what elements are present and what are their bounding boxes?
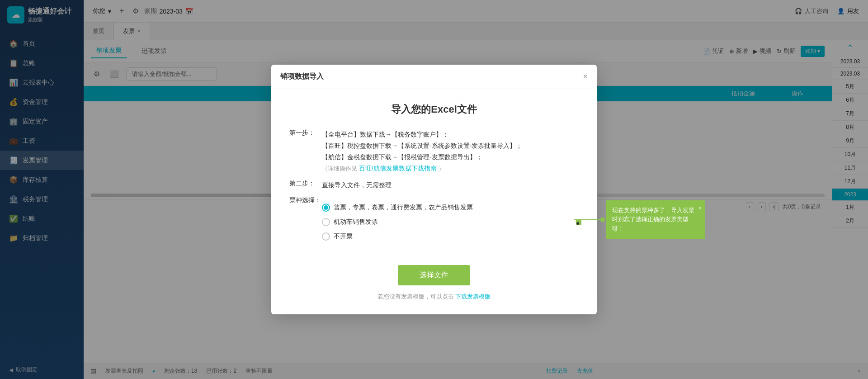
ticket-select-label: 票种选择： <box>289 196 322 254</box>
tooltip-wrapper: × 现在支持的票种多了，导入发票时别忘了选择正确的发票类型呀！ <box>574 200 705 239</box>
step1-row: 第一步： 【全电平台】数据下载→【税务数字账户】； 【百旺】税控盘数据下载→【系… <box>289 129 579 175</box>
template-link-row: 若您没有发票模版，可以点击 下载发票模版 <box>289 293 579 301</box>
radio-option-3[interactable]: 不开票 <box>322 232 473 241</box>
radio-1-label: 普票，专票，卷票，通行费发票，农产品销售发票 <box>334 204 473 212</box>
download-template-link[interactable]: 下载发票模版 <box>455 293 491 300</box>
tooltip-line <box>574 219 601 220</box>
template-note: 若您没有发票模版，可以点击 <box>377 293 454 300</box>
step2-label: 第二步： <box>289 180 322 191</box>
import-dialog: 销项数据导入 × 导入您的Excel文件 第一步： 【全电平台】数据下载→【税务… <box>271 65 597 315</box>
step1-note-row: （详细操作见 百旺/航信发票数据下载指南 ） <box>322 163 579 174</box>
radio-1-circle[interactable] <box>322 204 330 212</box>
step2-row: 第二步： 直接导入文件，无需整理 <box>289 180 579 191</box>
tooltip-close-btn[interactable]: × <box>698 203 702 213</box>
radio-2-label: 机动车销售发票 <box>334 218 378 226</box>
select-file-button[interactable]: 选择文件 <box>398 265 470 285</box>
radio-option-1[interactable]: 普票，专票，卷票，通行费发票，农产品销售发票 <box>322 204 473 212</box>
step1-line3: 【航信】金税盘数据下载→【报税管理-发票数据导出】； <box>322 152 579 163</box>
step1-guide-link[interactable]: 百旺/航信发票数据下载指南 <box>359 165 437 172</box>
step1-line1: 【全电平台】数据下载→【税务数字账户】； <box>322 129 579 140</box>
tooltip-text: 现在支持的票种多了，导入发票时别忘了选择正确的发票类型呀！ <box>612 206 694 232</box>
step1-note-suffix: ） <box>439 165 444 172</box>
step1-content: 【全电平台】数据下载→【税务数字账户】； 【百旺】税控盘数据下载→【系统设置-系… <box>322 129 579 175</box>
dialog-title: 销项数据导入 <box>280 72 324 81</box>
radio-option-2[interactable]: 机动车销售发票 ● <box>322 218 473 226</box>
radio-2-circle[interactable] <box>322 218 330 226</box>
ticket-select-row: 票种选择： 普票，专票，卷票，通行费发票，农产品销售发票 机动车销售发票 ● <box>289 196 579 254</box>
modal-overlay[interactable]: 销项数据导入 × 导入您的Excel文件 第一步： 【全电平台】数据下载→【税务… <box>0 0 868 379</box>
radio-group: 普票，专票，卷票，通行费发票，农产品销售发票 机动车销售发票 ● 不开票 <box>322 204 473 247</box>
radio-3-circle[interactable] <box>322 232 330 241</box>
dialog-close-btn[interactable]: × <box>583 72 588 81</box>
radio-1-inner <box>324 205 328 210</box>
dialog-body: 导入您的Excel文件 第一步： 【全电平台】数据下载→【税务数字账户】； 【百… <box>271 89 597 315</box>
tooltip-box: × 现在支持的票种多了，导入发票时别忘了选择正确的发票类型呀！ <box>606 200 705 239</box>
step2-content: 直接导入文件，无需整理 <box>322 180 579 191</box>
radio-3-label: 不开票 <box>334 232 353 241</box>
dialog-header: 销项数据导入 × <box>271 65 597 89</box>
step1-label: 第一步： <box>289 129 322 175</box>
tooltip-endpoint <box>600 218 605 222</box>
dialog-main-title: 导入您的Excel文件 <box>289 103 579 116</box>
step1-note-prefix: （详细操作见 <box>322 165 357 172</box>
step1-line2: 【百旺】税控盘数据下载→【系统设置-系统参数设置-发票批量导入】； <box>322 140 579 152</box>
